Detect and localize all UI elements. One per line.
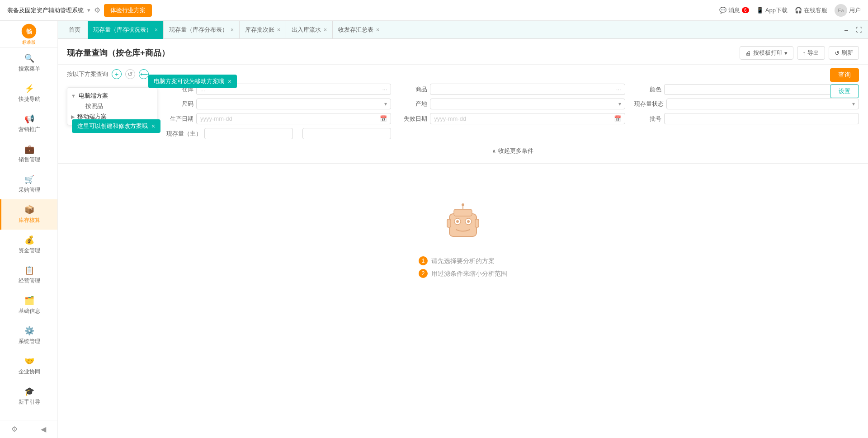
page-title: 现存量查询（按仓库+商品） (67, 47, 170, 58)
sidebar-collapse-btn[interactable]: ◀ (41, 425, 46, 433)
svg-rect-2 (449, 214, 476, 236)
inventory-icon: 📦 (24, 205, 34, 215)
stock-status-dropdown-icon: ▾ (852, 101, 855, 107)
sidebar-item-quick-nav[interactable]: ⚡ 快捷导航 (0, 78, 57, 108)
message-icon: 💬 (719, 7, 726, 14)
tab-close-inventory-status[interactable]: × (155, 27, 158, 33)
stock-min-input[interactable] (204, 128, 293, 139)
page-header: 现存量查询（按仓库+商品） 🖨 按模板打印 ▾ ↑ 导出 ↺ (58, 39, 868, 64)
sidebar-logo[interactable]: 畅 标准版 (0, 21, 57, 48)
batch-input[interactable] (664, 113, 859, 124)
sidebar-item-system[interactable]: ⚙️ 系统管理 (0, 320, 57, 351)
sidebar-item-label: 企业协同 (19, 368, 40, 376)
origin-select[interactable]: ▾ (430, 99, 625, 109)
page-content: 现存量查询（按仓库+商品） 🖨 按模板打印 ▾ ↑ 导出 ↺ (58, 39, 868, 438)
tab-minimize-btn[interactable]: – (841, 24, 852, 35)
scheme-desktop-child[interactable]: 按照品 (67, 101, 157, 111)
calendar-icon-2: 📅 (614, 115, 621, 122)
filter-expire-date: 失效日期 yyyy-mm-dd 📅 (400, 113, 625, 124)
sidebar-item-operation[interactable]: 📋 经营管理 (0, 260, 57, 290)
tab-batch-ledger[interactable]: 库存批次账 × (240, 21, 286, 39)
tab-in-out-flow[interactable]: 出入库流水 × (286, 21, 333, 39)
sidebar-item-search[interactable]: 🔍 搜索菜单 (0, 48, 57, 78)
warehouse-more-icon[interactable]: ··· (382, 86, 387, 93)
size-select[interactable]: ▾ (196, 99, 391, 109)
message-button[interactable]: 💬 消息 6 (719, 6, 749, 14)
sidebar-item-guide[interactable]: 🎓 新手引导 (0, 381, 57, 411)
sidebar-item-label: 快捷导航 (19, 95, 40, 103)
refresh-label: 刷新 (841, 49, 853, 57)
svg-point-6 (456, 220, 459, 223)
enterprise-icon: 🤝 (24, 356, 34, 366)
add-scheme-tooltip-close[interactable]: × (228, 78, 231, 85)
tab-bar: 首页 现存量（库存状况表） × 现存量（库存分布表） × 库存批次账 × 出入库… (58, 21, 868, 39)
product-select[interactable]: ··· (430, 84, 625, 95)
trial-button[interactable]: 体验行业方案 (104, 4, 152, 17)
settings-button[interactable]: 设置 (830, 85, 859, 98)
export-btn[interactable]: ↑ 导出 (797, 46, 826, 60)
sidebar-item-finance[interactable]: 💰 资金管理 (0, 230, 57, 260)
sidebar-item-purchase[interactable]: 🛒 采购管理 (0, 169, 57, 199)
tab-label: 现存量（库存分布表） (169, 26, 228, 34)
app-download-button[interactable]: 📱 App下载 (756, 6, 788, 14)
topbar-right: 💬 消息 6 📱 App下载 🎧 在线客服 Ea 用户 (719, 4, 861, 17)
refresh-btn[interactable]: ↺ 刷新 (829, 46, 859, 60)
filter-label: 按以下方案查询 (67, 70, 108, 78)
tab-close-collect-summary[interactable]: × (376, 27, 379, 33)
tab-inventory-dist[interactable]: 现存量（库存分布表） × (164, 21, 240, 39)
range-separator: — (295, 130, 301, 137)
collapse-more-btn[interactable]: ∧ 收起更多条件 (492, 147, 533, 155)
sidebar-item-sales[interactable]: 💼 销售管理 (0, 139, 57, 169)
system-icon: ⚙️ (24, 326, 34, 336)
svg-rect-3 (454, 209, 472, 216)
user-profile[interactable]: Ea 用户 (835, 4, 861, 17)
main-layout: 畅 标准版 🔍 搜索菜单 ⚡ 快捷导航 📢 营销推广 💼 (0, 21, 868, 438)
sidebar-item-label: 基础信息 (19, 307, 40, 315)
sidebar-item-enterprise[interactable]: 🤝 企业协同 (0, 351, 57, 381)
tab-inventory-status[interactable]: 现存量（库存状况表） × (88, 21, 164, 39)
create-scheme-tooltip-close[interactable]: × (151, 122, 155, 130)
expire-date-label: 失效日期 (400, 115, 427, 123)
origin-label: 产地 (400, 100, 427, 108)
tab-collect-summary[interactable]: 收发存汇总表 × (333, 21, 385, 39)
tab-close-inventory-dist[interactable]: × (231, 27, 234, 33)
stock-status-select[interactable]: ▾ (666, 99, 859, 109)
filter-action-btns: 查询 设置 (830, 68, 859, 98)
app-dropdown-icon[interactable]: ▾ (87, 7, 90, 14)
filter-row-2: 尺码 ▾ 产地 ▾ (166, 99, 859, 109)
create-scheme-tooltip-text: 这里可以创建和修改方案哦 (77, 122, 148, 130)
tab-close-in-out-flow[interactable]: × (324, 27, 327, 33)
tab-close-batch-ledger[interactable]: × (277, 27, 280, 33)
print-template-btn[interactable]: 🖨 按模板打印 ▾ (740, 46, 793, 60)
filter-product: 商品 ··· (400, 84, 625, 95)
avatar: Ea (835, 4, 847, 17)
topbar-settings-icon[interactable]: ⚙ (94, 6, 100, 14)
stock-max-input[interactable] (302, 128, 391, 139)
sidebar-item-inventory[interactable]: 📦 库存核算 (0, 199, 57, 230)
tab-fullscreen-btn[interactable]: ⛶ (854, 24, 864, 35)
caret-icon: ▼ (71, 93, 76, 99)
hint-num-2: 2 (419, 269, 428, 278)
sidebar-settings-btn[interactable]: ⚙ (11, 425, 18, 433)
filter-color: 颜色 ▾ (634, 84, 859, 95)
expire-date-input[interactable]: yyyy-mm-dd 📅 (430, 113, 625, 124)
query-button[interactable]: 查询 (830, 68, 859, 82)
produce-date-input[interactable]: yyyy-mm-dd 📅 (196, 113, 391, 124)
filter-arrow-button[interactable]: ⟵ (139, 69, 149, 79)
logo-icon: 畅 (21, 23, 37, 39)
filter-add-button[interactable]: + (112, 69, 122, 79)
quick-nav-icon: ⚡ (24, 84, 34, 94)
scheme-desktop[interactable]: ▼ 电脑端方案 (67, 90, 157, 101)
produce-date-label: 生产日期 (166, 115, 193, 123)
collapse-label: 收起更多条件 (498, 147, 533, 155)
app-container: 装备及固定资产辅助管理系统 ▾ ⚙ 体验行业方案 💬 消息 6 📱 App下载 … (0, 0, 868, 438)
tab-home[interactable]: 首页 (61, 26, 88, 34)
product-more-icon[interactable]: ··· (616, 86, 621, 93)
sidebar-item-basic[interactable]: 🗂️ 基础信息 (0, 290, 57, 320)
scheme-desktop-label: 电脑端方案 (79, 92, 108, 100)
sidebar-item-marketing[interactable]: 📢 营销推广 (0, 108, 57, 139)
filter-refresh-button[interactable]: ↺ (125, 69, 135, 79)
origin-dropdown-icon: ▾ (618, 101, 621, 107)
filter-area: 按以下方案查询 + ↺ ⟵ 电脑方案可设为移动方案哦 × 这里可 (58, 65, 868, 164)
online-service-button[interactable]: 🎧 在线客服 (795, 6, 827, 14)
